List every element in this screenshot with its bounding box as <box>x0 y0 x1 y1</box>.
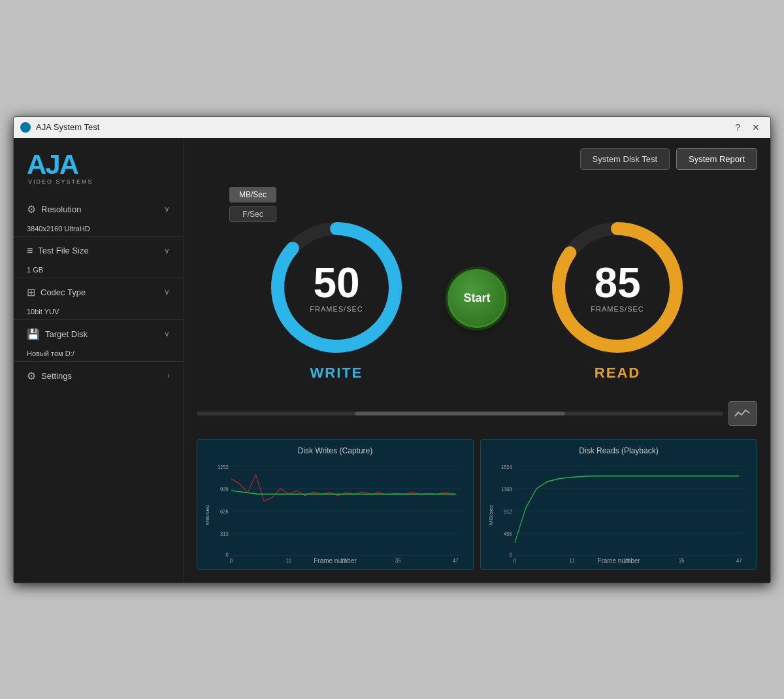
start-button[interactable]: Start <box>448 269 506 328</box>
svg-text:0: 0 <box>509 551 512 558</box>
svg-text:1368: 1368 <box>501 485 512 493</box>
scrollbar-thumb[interactable] <box>355 412 565 415</box>
window-controls: ? ✕ <box>731 121 764 134</box>
codec-label: Codec Type <box>41 287 159 297</box>
filesize-chevron: ∨ <box>164 246 170 255</box>
scroll-area <box>184 395 770 432</box>
main-window: AJA System Test ? ✕ AJA VIDEO SYSTEMS ⚙ … <box>13 116 771 583</box>
read-chart-box: Disk Reads (Playback) 1824 1368 <box>480 439 757 570</box>
read-gauge: 85 FRAMES/SEC <box>546 216 689 359</box>
resolution-label: Resolution <box>41 204 159 214</box>
settings-icon: ⚙ <box>27 370 36 382</box>
divider-1 <box>14 236 183 237</box>
sidebar-item-resolution[interactable]: ⚙ Resolution ∨ <box>14 198 183 221</box>
svg-text:0: 0 <box>230 556 233 563</box>
divider-4 <box>14 361 183 362</box>
filesize-value: 1 GB <box>14 262 183 275</box>
start-button-container: Start <box>448 269 506 328</box>
svg-text:939: 939 <box>220 485 229 493</box>
sidebar-item-codec[interactable]: ⊞ Codec Type ∨ <box>14 281 183 304</box>
sidebar-item-disk[interactable]: 💾 Target Disk ∨ <box>14 323 183 346</box>
system-disk-test-button[interactable]: System Disk Test <box>580 148 670 170</box>
svg-text:313: 313 <box>220 530 229 537</box>
svg-text:11: 11 <box>286 556 292 563</box>
svg-text:35: 35 <box>395 556 401 563</box>
close-button[interactable]: ✕ <box>748 121 764 134</box>
svg-text:MB/sec: MB/sec <box>488 504 494 525</box>
system-report-button[interactable]: System Report <box>676 148 757 170</box>
svg-text:47: 47 <box>736 556 742 563</box>
write-chart-title: Disk Writes (Capture) <box>204 446 466 455</box>
logo-sub: VIDEO SYSTEMS <box>28 178 170 185</box>
codec-chevron: ∨ <box>164 287 170 297</box>
write-value: 50 <box>313 262 359 304</box>
svg-text:MB/sec: MB/sec <box>204 504 210 525</box>
sidebar-item-settings[interactable]: ⚙ Settings › <box>14 365 183 387</box>
svg-text:0: 0 <box>514 556 516 563</box>
read-chart-svg: 1824 1368 912 456 0 0 11 23 35 47 <box>487 459 750 564</box>
read-gauge-inner: 85 FRAMES/SEC <box>546 216 689 359</box>
help-button[interactable]: ? <box>731 121 744 134</box>
main-content: System Disk Test System Report MB/Sec F/… <box>184 138 770 583</box>
gauge-area: MB/Sec F/Sec 50 FRAMES/SE <box>184 180 770 395</box>
write-gauge-inner: 50 FRAMES/SEC <box>265 216 408 359</box>
write-unit: FRAMES/SEC <box>310 305 363 313</box>
svg-text:35: 35 <box>679 556 685 563</box>
svg-text:23: 23 <box>340 556 346 563</box>
svg-text:912: 912 <box>504 508 512 515</box>
resolution-chevron: ∨ <box>164 204 170 214</box>
read-label: READ <box>595 365 640 382</box>
window-title: AJA System Test <box>36 122 726 132</box>
svg-text:1824: 1824 <box>501 463 512 470</box>
write-chart-inner: 1252 939 626 313 0 0 11 23 35 47 <box>204 459 466 564</box>
disk-chevron: ∨ <box>164 329 170 338</box>
top-bar: System Disk Test System Report <box>184 138 770 180</box>
scrollbar-track[interactable] <box>197 412 723 415</box>
write-gauge-container: 50 FRAMES/SEC WRITE <box>265 216 408 382</box>
chart-toggle-button[interactable] <box>728 401 757 426</box>
read-gauge-container: 85 FRAMES/SEC READ <box>546 216 689 382</box>
read-unit: FRAMES/SEC <box>591 305 644 313</box>
write-chart-svg: 1252 939 626 313 0 0 11 23 35 47 <box>204 459 466 564</box>
resolution-icon: ⚙ <box>27 203 36 216</box>
mb-sec-button[interactable]: MB/Sec <box>229 187 276 203</box>
charts-section: Disk Writes (Capture) 1252 939 <box>184 432 770 583</box>
write-gauge: 50 FRAMES/SEC <box>265 216 408 359</box>
read-value: 85 <box>594 262 640 304</box>
svg-text:0: 0 <box>225 551 228 558</box>
resolution-value: 3840x2160 UltraHD <box>14 221 183 234</box>
disk-icon: 💾 <box>27 328 40 340</box>
divider-3 <box>14 319 183 320</box>
disk-value: Новый том D:/ <box>14 346 183 359</box>
sidebar-item-filesize[interactable]: ≡ Test File Size ∨ <box>14 240 183 262</box>
svg-text:1252: 1252 <box>218 463 229 470</box>
sidebar: AJA VIDEO SYSTEMS ⚙ Resolution ∨ 3840x21… <box>14 138 184 583</box>
gauges-row: 50 FRAMES/SEC WRITE Start <box>265 216 689 382</box>
read-chart-title: Disk Reads (Playback) <box>487 446 750 455</box>
disk-label: Target Disk <box>45 329 159 339</box>
svg-text:626: 626 <box>220 508 229 515</box>
filesize-icon: ≡ <box>27 245 33 257</box>
codec-value: 10bit YUV <box>14 304 183 317</box>
logo-aja: AJA <box>27 151 170 178</box>
codec-icon: ⊞ <box>27 286 35 299</box>
svg-text:47: 47 <box>453 556 459 563</box>
svg-text:456: 456 <box>504 530 512 537</box>
svg-text:11: 11 <box>570 556 576 563</box>
settings-label: Settings <box>41 371 162 381</box>
logo-area: AJA VIDEO SYSTEMS <box>14 144 183 198</box>
settings-chevron: › <box>167 371 170 380</box>
chart-icon <box>734 407 752 420</box>
app-icon <box>20 122 31 133</box>
divider-2 <box>14 278 183 278</box>
write-chart-box: Disk Writes (Capture) 1252 939 <box>197 439 474 570</box>
svg-text:23: 23 <box>624 556 630 563</box>
title-bar: AJA System Test ? ✕ <box>14 117 770 138</box>
read-chart-inner: 1824 1368 912 456 0 0 11 23 35 47 <box>487 459 750 564</box>
write-label: WRITE <box>310 365 363 382</box>
filesize-label: Test File Size <box>38 246 159 255</box>
app-body: AJA VIDEO SYSTEMS ⚙ Resolution ∨ 3840x21… <box>14 138 770 583</box>
